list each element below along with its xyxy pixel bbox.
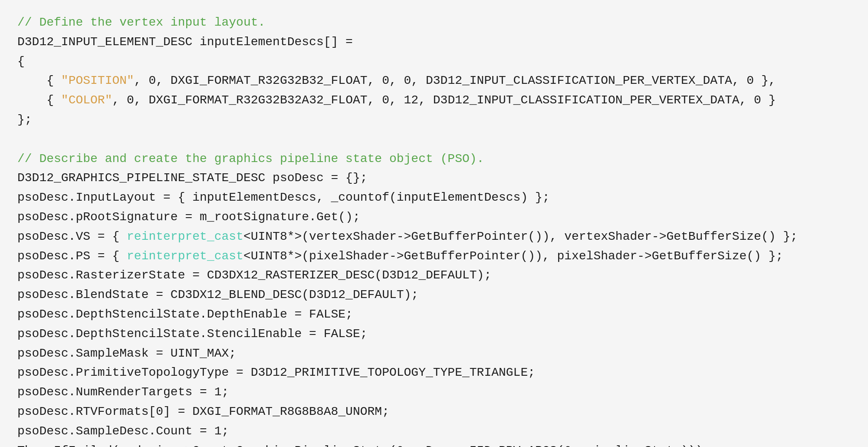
code-line: psoDesc.PrimitiveTopologyType = D3D12_PR… <box>17 363 851 383</box>
code-line: }; <box>17 110 851 130</box>
code-text: psoDesc.RTVFormats[0] = DXGI_FORMAT_R8G8… <box>17 405 389 418</box>
code-line: D3D12_INPUT_ELEMENT_DESC inputElementDes… <box>17 33 851 52</box>
code-text: psoDesc.DepthStencilState.DepthEnable = … <box>17 308 353 321</box>
code-text: { <box>17 74 61 87</box>
comment-text: // Describe and create the graphics pipe… <box>17 152 484 166</box>
code-line: psoDesc.DepthStencilState.DepthEnable = … <box>17 305 851 324</box>
code-line <box>17 130 851 149</box>
code-text: { <box>17 93 61 107</box>
code-text: psoDesc.DepthStencilState.StencilEnable … <box>17 327 368 341</box>
code-container: // Define the vertex input layout.D3D12_… <box>17 13 851 447</box>
code-text: D3D12_INPUT_ELEMENT_DESC inputElementDes… <box>17 35 353 49</box>
code-text: <UINT8*>(vertexShader->GetBufferPointer(… <box>243 230 798 243</box>
code-line: psoDesc.NumRenderTargets = 1; <box>17 383 851 402</box>
code-line: { "COLOR", 0, DXGI_FORMAT_R32G32B32A32_F… <box>17 91 851 110</box>
code-text: <UINT8*>(pixelShader->GetBufferPointer()… <box>243 249 783 263</box>
code-line: psoDesc.DepthStencilState.StencilEnable … <box>17 324 851 344</box>
code-text: D3D12_GRAPHICS_PIPELINE_STATE_DESC psoDe… <box>17 171 368 185</box>
code-text: psoDesc.SampleDesc.Count = 1; <box>17 424 229 438</box>
code-line: psoDesc.BlendState = CD3DX12_BLEND_DESC(… <box>17 285 851 305</box>
code-line: ThrowIfFailed(m_device->CreateGraphicsPi… <box>17 441 851 447</box>
code-text: psoDesc.VS = { <box>17 230 127 243</box>
code-line: // Describe and create the graphics pipe… <box>17 149 851 169</box>
code-line: psoDesc.InputLayout = { inputElementDesc… <box>17 188 851 208</box>
code-line: D3D12_GRAPHICS_PIPELINE_STATE_DESC psoDe… <box>17 169 851 188</box>
code-text: { <box>17 55 25 68</box>
code-text: psoDesc.pRootSignature = m_rootSignature… <box>17 210 360 224</box>
code-text: ThrowIfFailed(m_device->CreateGraphicsPi… <box>17 444 710 447</box>
string-literal: "POSITION" <box>61 74 134 87</box>
string-literal: "COLOR" <box>61 93 112 107</box>
code-text: psoDesc.SampleMask = UINT_MAX; <box>17 347 236 360</box>
cast-keyword: reinterpret_cast <box>127 249 243 263</box>
code-text: psoDesc.BlendState = CD3DX12_BLEND_DESC(… <box>17 288 418 301</box>
comment-text: // Define the vertex input layout. <box>17 16 265 29</box>
code-text: }; <box>17 113 32 126</box>
code-line: // Define the vertex input layout. <box>17 13 851 33</box>
code-text: psoDesc.InputLayout = { inputElementDesc… <box>17 191 550 204</box>
code-line: psoDesc.RTVFormats[0] = DXGI_FORMAT_R8G8… <box>17 402 851 422</box>
code-line: psoDesc.pRootSignature = m_rootSignature… <box>17 208 851 227</box>
code-line: { <box>17 52 851 72</box>
code-line: psoDesc.RasterizerState = CD3DX12_RASTER… <box>17 266 851 285</box>
code-line: psoDesc.SampleDesc.Count = 1; <box>17 422 851 441</box>
code-text: psoDesc.NumRenderTargets = 1; <box>17 385 229 399</box>
code-line: psoDesc.VS = { reinterpret_cast<UINT8*>(… <box>17 227 851 247</box>
code-line: psoDesc.PS = { reinterpret_cast<UINT8*>(… <box>17 247 851 266</box>
cast-keyword: reinterpret_cast <box>127 230 243 243</box>
code-text: , 0, DXGI_FORMAT_R32G32B32A32_FLOAT, 0, … <box>112 93 776 107</box>
code-text: psoDesc.PS = { <box>17 249 127 263</box>
code-line: psoDesc.SampleMask = UINT_MAX; <box>17 344 851 364</box>
code-text: , 0, DXGI_FORMAT_R32G32B32_FLOAT, 0, 0, … <box>134 74 776 87</box>
code-text: psoDesc.RasterizerState = CD3DX12_RASTER… <box>17 268 491 282</box>
code-text: psoDesc.PrimitiveTopologyType = D3D12_PR… <box>17 366 535 379</box>
code-line: { "POSITION", 0, DXGI_FORMAT_R32G32B32_F… <box>17 71 851 91</box>
